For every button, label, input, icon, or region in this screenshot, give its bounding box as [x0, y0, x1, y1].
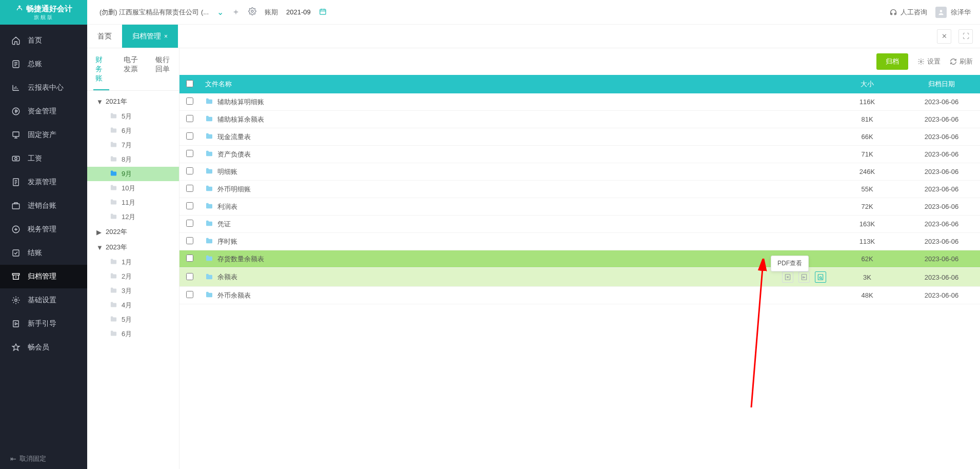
row-checkbox[interactable] [186, 202, 193, 209]
folder-icon [205, 184, 213, 194]
table-row[interactable]: 利润表72K2023-06-06 [179, 198, 980, 216]
row-checkbox[interactable] [186, 132, 193, 140]
archive-button[interactable]: 归档 [876, 53, 908, 70]
settings-link[interactable]: 设置 [917, 57, 941, 66]
tree-month[interactable]: 10月 [87, 181, 179, 196]
archive-date: 2023-06-06 [903, 233, 980, 250]
nav-item-psi[interactable]: 进销台账 [0, 194, 87, 218]
archive-date: 2023-06-06 [903, 163, 980, 181]
tree-month[interactable]: 5月 [87, 109, 179, 124]
calendar-icon[interactable] [319, 8, 327, 17]
nav-item-close[interactable]: 结账 [0, 241, 87, 265]
folder-icon [205, 167, 213, 177]
tree-month[interactable]: 8月 [87, 152, 179, 167]
svg-point-4 [15, 158, 17, 160]
row-checkbox[interactable] [186, 97, 193, 105]
tree-year[interactable]: ▼2021年 [87, 94, 179, 109]
consult-button[interactable]: 人工咨询 [889, 8, 927, 17]
company-selector[interactable]: (勿删) 江西服宝精品有限责任公司 (... [99, 8, 209, 17]
archive-date: 2023-06-06 [903, 216, 980, 233]
nav-item-tax[interactable]: 税务管理 [0, 218, 87, 241]
plus-icon[interactable]: ＋ [232, 7, 240, 17]
table-row[interactable]: 存货数量余额表62K2023-06-06 [179, 250, 980, 268]
tree-month[interactable]: 6月 [87, 327, 179, 341]
page-tab[interactable]: 归档管理× [122, 25, 178, 48]
tree-month[interactable]: 11月 [87, 196, 179, 210]
nav-item-asset[interactable]: 固定资产 [0, 123, 87, 147]
table-row[interactable]: 现金流量表66K2023-06-06 [179, 128, 980, 146]
row-checkbox[interactable] [186, 220, 193, 227]
folder-icon [205, 254, 213, 264]
row-checkbox[interactable] [186, 167, 193, 174]
row-checkbox[interactable] [186, 115, 193, 122]
tree-month[interactable]: 5月 [87, 312, 179, 327]
subtab[interactable]: 财务账 [87, 48, 115, 90]
close-icon[interactable]: × [164, 33, 168, 40]
table-row[interactable]: 余额表3K2023-06-06 [179, 268, 980, 287]
row-checkbox[interactable] [186, 237, 193, 244]
table-row[interactable]: 明细账246K2023-06-06 [179, 163, 980, 181]
table-row[interactable]: 序时账113K2023-06-06 [179, 233, 980, 250]
select-all-checkbox[interactable] [186, 80, 193, 87]
row-checkbox[interactable] [186, 273, 193, 280]
nav-item-fund[interactable]: 资金管理 [0, 100, 87, 123]
table-row[interactable]: 辅助核算余额表81K2023-06-06 [179, 111, 980, 128]
view-pdf-icon[interactable] [815, 271, 826, 283]
file-size: 163K [831, 216, 903, 233]
tree-month[interactable]: 2月 [87, 269, 179, 284]
table-row[interactable]: 外币明细账55K2023-06-06 [179, 181, 980, 198]
table-row[interactable]: 凭证163K2023-06-06 [179, 216, 980, 233]
page-tab[interactable]: 首页 [87, 25, 122, 48]
unpin-button[interactable]: ⇤ 取消固定 [0, 448, 87, 469]
fullscreen-button[interactable]: ⛶ [958, 29, 973, 44]
tree-year[interactable]: ▼2023年 [87, 240, 179, 255]
subtab[interactable]: 银行回单 [147, 48, 179, 90]
nav-item-report[interactable]: 云报表中心 [0, 76, 87, 100]
tree-month[interactable]: 6月 [87, 124, 179, 138]
folder-icon [205, 97, 213, 107]
table-row[interactable]: 辅助核算明细账116K2023-06-06 [179, 93, 980, 111]
folder-icon [110, 126, 117, 135]
tree-month[interactable]: 4月 [87, 298, 179, 312]
nav-item-salary[interactable]: 工资 [0, 147, 87, 170]
file-size: 48K [831, 287, 903, 304]
file-size: 71K [831, 146, 903, 163]
nav-item-invoice[interactable]: 发票管理 [0, 170, 87, 194]
tree-month[interactable]: 9月 [87, 167, 179, 181]
nav-item-home[interactable]: 首页 [0, 29, 87, 52]
close-tab-button[interactable]: ✕ [937, 29, 951, 44]
subtabs: 财务账电子发票银行回单 [87, 48, 179, 91]
home-icon [11, 36, 21, 45]
export-excel-icon[interactable] [782, 271, 793, 283]
pdf-view-tooltip: PDF查看 [771, 256, 809, 271]
nav-item-guide[interactable]: 新手引导 [0, 312, 87, 336]
user-menu[interactable]: 徐泽华 [935, 7, 971, 18]
nav-item-archive[interactable]: 归档管理 [0, 265, 87, 288]
export-pdf-icon[interactable] [798, 271, 810, 283]
nav-label: 进销台账 [28, 201, 56, 210]
period-value[interactable]: 2021-09 [286, 8, 311, 16]
right-panel: 归档 设置 刷新 文件名称 [179, 48, 980, 469]
nav-label: 总账 [28, 60, 42, 69]
nav-item-member[interactable]: 畅会员 [0, 336, 87, 359]
table-row[interactable]: 资产负债表71K2023-06-06 [179, 146, 980, 163]
folder-icon [110, 169, 117, 179]
nav-item-ledger[interactable]: 总账 [0, 52, 87, 76]
row-checkbox[interactable] [186, 150, 193, 157]
table-row[interactable]: 外币余额表48K2023-06-06 [179, 287, 980, 304]
gear-icon[interactable] [248, 7, 256, 17]
chevron-down-icon[interactable]: ⌄ [217, 7, 224, 17]
row-checkbox[interactable] [186, 255, 193, 262]
tree-month[interactable]: 1月 [87, 255, 179, 269]
tree-month[interactable]: 3月 [87, 284, 179, 298]
row-checkbox[interactable] [186, 185, 193, 192]
tree-month[interactable]: 12月 [87, 210, 179, 224]
tree-month[interactable]: 7月 [87, 138, 179, 152]
subtab[interactable]: 电子发票 [115, 48, 147, 90]
nav-label: 首页 [28, 36, 42, 45]
refresh-link[interactable]: 刷新 [950, 57, 973, 66]
folder-icon [110, 155, 117, 164]
row-checkbox[interactable] [186, 291, 193, 298]
nav-item-setting[interactable]: 基础设置 [0, 288, 87, 312]
tree-year[interactable]: ▶2022年 [87, 224, 179, 240]
